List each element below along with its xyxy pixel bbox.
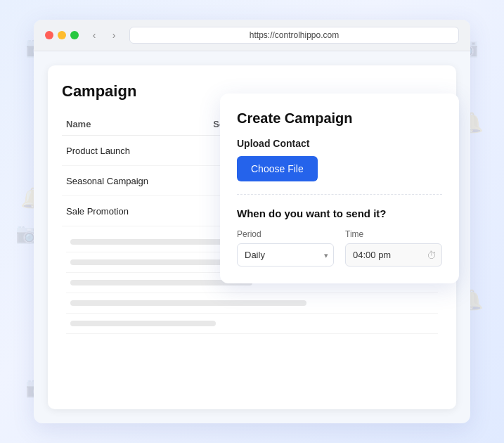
upload-contact-label: Upload Contact [237, 138, 442, 149]
tl-red[interactable] [45, 31, 53, 39]
browser-window: ‹ › https://controlhippo.com Campaign Na… [34, 20, 470, 423]
clock-icon: ⏱ [427, 250, 437, 261]
when-title: When do you want to send it? [237, 207, 442, 219]
url-bar[interactable]: https://controlhippo.com [129, 27, 459, 44]
time-input-wrapper: ⏱ [345, 243, 442, 267]
modal-divider [237, 194, 442, 195]
row-name: Sale Promotion [62, 196, 197, 226]
period-field-group: Period Daily Weekly Monthly Once ▾ [237, 229, 334, 267]
nav-back-button[interactable]: ‹ [86, 27, 103, 44]
period-label: Period [237, 229, 334, 239]
time-label: Time [345, 229, 442, 239]
choose-file-button[interactable]: Choose File [237, 156, 318, 181]
period-select-wrapper: Daily Weekly Monthly Once ▾ [237, 243, 334, 267]
skeleton-row-5 [66, 314, 438, 334]
tl-green[interactable] [70, 31, 79, 39]
row-name: Seasonal Campaign [62, 166, 197, 196]
browser-content: Campaign Name Schedule Status Recipient … [34, 51, 470, 423]
nav-buttons: ‹ › [86, 27, 122, 44]
skeleton-row-4 [66, 293, 438, 314]
period-time-row: Period Daily Weekly Monthly Once ▾ Time [237, 229, 442, 267]
nav-forward-button[interactable]: › [105, 27, 122, 44]
traffic-lights [45, 31, 79, 39]
row-name: Product Launch [62, 136, 197, 166]
create-campaign-modal: Create Campaign Upload Contact Choose Fi… [220, 94, 459, 283]
col-header-name: Name [62, 113, 197, 136]
browser-bar: ‹ › https://controlhippo.com [34, 20, 470, 51]
time-field-group: Time ⏱ [345, 229, 442, 267]
tl-yellow[interactable] [58, 31, 66, 39]
period-select[interactable]: Daily Weekly Monthly Once [237, 243, 334, 267]
modal-title: Create Campaign [237, 110, 442, 127]
